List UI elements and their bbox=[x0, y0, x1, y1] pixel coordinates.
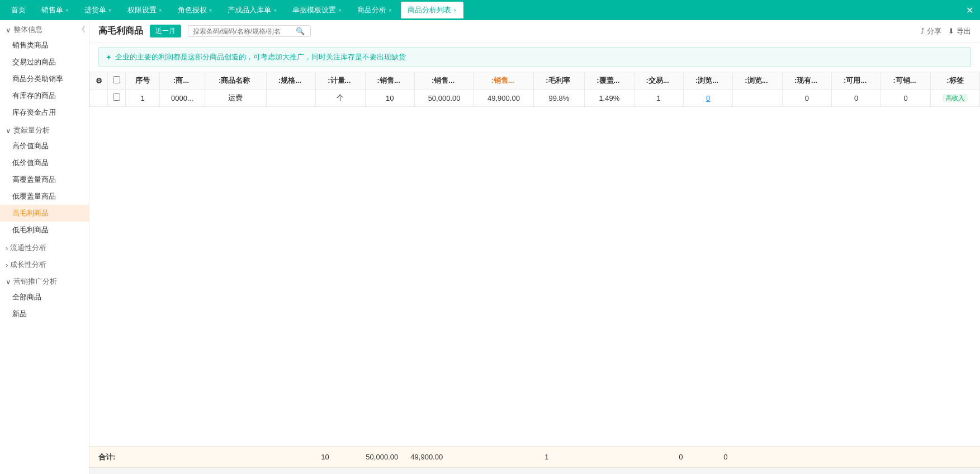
cell-view1[interactable]: 0 bbox=[683, 90, 732, 107]
footer-available: 0 bbox=[719, 453, 764, 461]
tab-home[interactable]: 首页 bbox=[4, 2, 32, 18]
col-tag[interactable]: :标签 bbox=[930, 72, 979, 90]
close-role-auth-icon[interactable]: × bbox=[209, 7, 212, 13]
col-available[interactable]: :可用... bbox=[832, 72, 881, 90]
tab-product-analysis-list[interactable]: 商品分析列表 × bbox=[401, 2, 463, 18]
sidebar-item-stock-capital[interactable]: 库存资金占用 bbox=[0, 104, 89, 121]
col-gross-margin[interactable]: :毛利率 bbox=[533, 72, 584, 90]
close-purchase-order-icon[interactable]: × bbox=[108, 7, 112, 13]
group-contribution-arrow: ∨ bbox=[6, 126, 11, 135]
row-checkbox[interactable] bbox=[113, 93, 120, 101]
select-all-checkbox[interactable] bbox=[113, 76, 120, 83]
cell-gross-margin: 99.8% bbox=[533, 90, 584, 107]
sidebar-item-low-margin[interactable]: 低毛利商品 bbox=[0, 222, 89, 238]
sidebar-group-growth[interactable]: › 成长性分析 bbox=[0, 255, 89, 272]
col-current-stock[interactable]: :现有... bbox=[782, 72, 831, 90]
table-container[interactable]: ⚙ 序号 :商... :商品名称 :规格... :计量... :销售... :销… bbox=[89, 72, 980, 446]
cell-settings bbox=[90, 90, 108, 107]
col-transaction[interactable]: :交易... bbox=[634, 72, 683, 90]
sidebar-item-sales-goods-label: 销售类商品 bbox=[12, 41, 49, 49]
sidebar-group-liquidity[interactable]: › 流通性分析 bbox=[0, 238, 89, 255]
period-button[interactable]: 近一月 bbox=[150, 25, 181, 37]
cell-sellable: 0 bbox=[881, 90, 930, 107]
col-index: 序号 bbox=[126, 72, 160, 90]
group-marketing-arrow: ∨ bbox=[6, 278, 11, 286]
close-template-icon[interactable]: × bbox=[338, 7, 342, 13]
col-view2[interactable]: :浏览... bbox=[733, 72, 782, 90]
cell-sale-amount: 50,000.00 bbox=[414, 90, 474, 107]
cell-view2 bbox=[733, 90, 782, 107]
export-button[interactable]: ⬇ 导出 bbox=[948, 26, 971, 36]
export-icon: ⬇ bbox=[948, 27, 954, 35]
close-product-inbound-icon[interactable]: × bbox=[273, 7, 277, 13]
header-actions: ⤴ 分享 ⬇ 导出 bbox=[921, 26, 971, 36]
col-spec[interactable]: :规格... bbox=[266, 72, 315, 90]
sidebar-item-new-goods[interactable]: 新品 bbox=[0, 306, 89, 322]
sidebar-item-stock-capital-label: 库存资金占用 bbox=[12, 108, 56, 116]
horizontal-scrollbar[interactable] bbox=[89, 467, 980, 474]
close-product-analysis-icon[interactable]: × bbox=[389, 7, 392, 13]
tab-role-auth[interactable]: 角色授权 × bbox=[171, 2, 219, 18]
cell-coverage: 1.49% bbox=[585, 90, 634, 107]
close-sales-order-icon[interactable]: × bbox=[65, 7, 69, 13]
cell-spec bbox=[266, 90, 315, 107]
close-permission-icon[interactable]: × bbox=[159, 7, 162, 13]
close-all-tabs-button[interactable]: ✕ bbox=[964, 3, 976, 18]
tab-product-analysis-label: 商品分析 bbox=[357, 5, 386, 15]
share-icon: ⤴ bbox=[921, 27, 925, 35]
tab-product-inbound[interactable]: 产成品入库单 × bbox=[221, 2, 283, 18]
col-sale-amount[interactable]: :销售... bbox=[414, 72, 474, 90]
sidebar-item-low-coverage[interactable]: 低覆盖量商品 bbox=[0, 188, 89, 205]
tab-sales-order[interactable]: 销售单 × bbox=[35, 2, 75, 18]
cell-checkbox bbox=[108, 90, 126, 107]
main-layout: 《 ∨ 整体信息 销售类商品 交易过的商品 商品分类助销率 有库存的商品 库存资… bbox=[0, 20, 980, 474]
footer-sale-count: 10 bbox=[316, 453, 361, 461]
sidebar-item-category-rate-label: 商品分类助销率 bbox=[12, 74, 63, 83]
sidebar-group-overall[interactable]: ∨ 整体信息 bbox=[0, 20, 89, 37]
col-code[interactable]: :商... bbox=[160, 72, 205, 90]
sidebar: 《 ∨ 整体信息 销售类商品 交易过的商品 商品分类助销率 有库存的商品 库存资… bbox=[0, 20, 89, 474]
footer-totals: 合计: 10 50,000.00 49,900.00 1 0 0 bbox=[89, 446, 980, 467]
sidebar-item-high-value-label: 高价值商品 bbox=[12, 142, 49, 150]
sidebar-item-low-value[interactable]: 低价值商品 bbox=[0, 154, 89, 171]
footer-label: 合计: bbox=[98, 452, 115, 462]
group-growth-arrow: › bbox=[6, 261, 8, 269]
tab-product-analysis[interactable]: 商品分析 × bbox=[351, 2, 399, 18]
search-icon[interactable]: 🔍 bbox=[296, 27, 305, 35]
sidebar-item-high-value[interactable]: 高价值商品 bbox=[0, 138, 89, 154]
search-input[interactable] bbox=[193, 27, 293, 35]
col-name[interactable]: :商品名称 bbox=[205, 72, 266, 90]
sidebar-item-in-stock-goods[interactable]: 有库存的商品 bbox=[0, 87, 89, 104]
col-settings[interactable]: ⚙ bbox=[90, 72, 108, 90]
cell-name: 运费 bbox=[205, 90, 266, 107]
tab-purchase-order[interactable]: 进货单 × bbox=[78, 2, 119, 18]
sidebar-item-high-margin[interactable]: 高毛利商品 bbox=[0, 205, 89, 222]
sidebar-item-category-rate[interactable]: 商品分类助销率 bbox=[0, 71, 89, 87]
close-product-analysis-list-icon[interactable]: × bbox=[453, 7, 457, 13]
sidebar-item-new-goods-label: 新品 bbox=[12, 309, 27, 318]
tab-role-auth-label: 角色授权 bbox=[178, 5, 207, 15]
tab-permission-settings-label: 权限设置 bbox=[127, 5, 157, 15]
col-sellable[interactable]: :可销... bbox=[881, 72, 930, 90]
col-view1[interactable]: :浏览... bbox=[683, 72, 732, 90]
sidebar-collapse-button[interactable]: 《 bbox=[78, 25, 86, 35]
cell-index: 1 bbox=[126, 90, 160, 107]
export-label: 导出 bbox=[957, 26, 971, 36]
sidebar-group-contribution[interactable]: ∨ 贡献量分析 bbox=[0, 121, 89, 138]
col-coverage[interactable]: :覆盖... bbox=[585, 72, 634, 90]
sidebar-item-high-coverage[interactable]: 高覆盖量商品 bbox=[0, 171, 89, 188]
share-button[interactable]: ⤴ 分享 bbox=[921, 26, 941, 36]
tab-permission-settings[interactable]: 权限设置 × bbox=[121, 2, 169, 18]
tab-product-analysis-list-label: 商品分析列表 bbox=[408, 5, 451, 15]
sidebar-item-all-goods[interactable]: 全部商品 bbox=[0, 289, 89, 306]
cell-current-stock: 0 bbox=[782, 90, 831, 107]
info-banner: ✦ 企业的主要的利润都是这部分商品创造的，可考虑加大推广，同时关注库存是不要出现… bbox=[98, 47, 971, 67]
footer-sale-profit: 49,900.00 bbox=[406, 453, 451, 461]
sidebar-item-sales-goods[interactable]: 销售类商品 bbox=[0, 37, 89, 54]
col-sale-profit[interactable]: :销售... bbox=[474, 72, 533, 90]
col-unit[interactable]: :计量... bbox=[316, 72, 365, 90]
sidebar-item-traded-goods[interactable]: 交易过的商品 bbox=[0, 54, 89, 71]
tab-template-settings[interactable]: 单据模板设置 × bbox=[286, 2, 348, 18]
col-sale-count[interactable]: :销售... bbox=[365, 72, 414, 90]
sidebar-group-marketing[interactable]: ∨ 营销推广分析 bbox=[0, 272, 89, 289]
